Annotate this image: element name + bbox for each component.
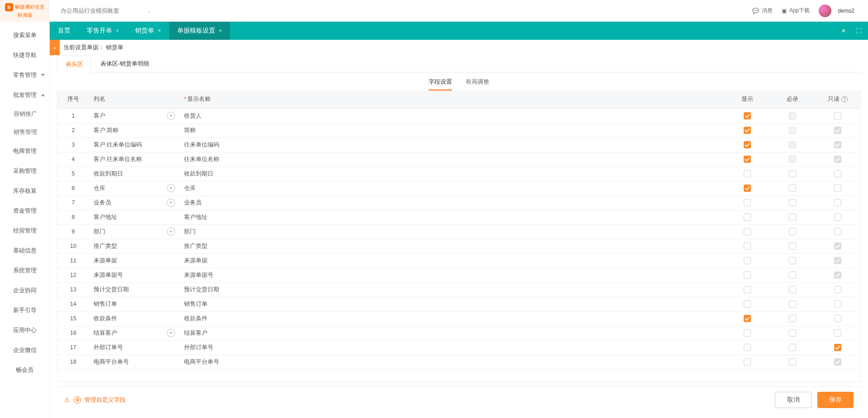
checkbox[interactable] <box>789 329 796 337</box>
cell-display-name[interactable]: 电商平台单号 <box>179 355 725 369</box>
close-all-tabs-button[interactable]: ✕ <box>839 26 848 35</box>
tab-close-icon[interactable]: × <box>116 28 119 34</box>
cell-display-name[interactable]: 收货人 <box>179 109 725 123</box>
cell-display-name[interactable]: 结算客户 <box>179 326 725 340</box>
checkbox[interactable] <box>744 170 751 177</box>
sidebar-item[interactable]: 库存核算 <box>0 181 49 201</box>
sidebar-item[interactable]: 畅会员 <box>0 360 49 380</box>
checkbox[interactable] <box>744 344 751 351</box>
app-download-button[interactable]: ▣ App下载 <box>782 7 810 14</box>
cell-display-name[interactable]: 来源单据号 <box>179 268 725 282</box>
table-row[interactable]: 12来源单据号来源单据号 <box>57 268 860 282</box>
table-row[interactable]: 4客户.往来单位名称往来单位名称 <box>57 152 860 166</box>
checkbox[interactable] <box>789 271 796 279</box>
sidebar-item[interactable]: 快捷导航 <box>0 45 49 65</box>
cell-display-name[interactable]: 收款条件 <box>179 311 725 326</box>
checkbox[interactable] <box>789 214 796 221</box>
area-tab[interactable]: 表头区 <box>57 56 92 72</box>
tab-close-icon[interactable]: × <box>158 28 161 34</box>
checkbox[interactable] <box>834 170 841 177</box>
area-tab[interactable]: 表体区-销货单明细 <box>92 55 158 72</box>
checkbox[interactable] <box>744 257 751 264</box>
sidebar-item[interactable]: 新手引导 <box>0 300 49 320</box>
checkbox[interactable] <box>744 329 751 337</box>
plus-icon[interactable]: + <box>167 184 175 192</box>
table-row[interactable]: 1客户+收货人 <box>57 109 860 123</box>
cancel-button[interactable]: 取消 <box>775 392 812 408</box>
tab-close-icon[interactable]: × <box>219 28 222 34</box>
checkbox[interactable] <box>834 329 841 337</box>
cell-display-name[interactable]: 预计交货日期 <box>179 282 725 297</box>
user-menu[interactable]: demo2 <box>819 5 854 17</box>
checkbox[interactable] <box>834 300 841 308</box>
checkbox[interactable] <box>744 185 751 192</box>
checkbox[interactable] <box>789 185 796 192</box>
cell-display-name[interactable]: 来源单据 <box>179 253 725 268</box>
checkbox[interactable] <box>789 257 796 264</box>
cell-display-name[interactable]: 仓库 <box>179 181 725 195</box>
checkbox[interactable] <box>744 300 751 308</box>
sub-tab[interactable]: 字段设置 <box>429 78 452 90</box>
table-row[interactable]: 3客户.往来单位编码往来单位编码 <box>57 138 860 152</box>
sidebar-subitem[interactable]: 营销推广 <box>0 105 49 123</box>
checkbox[interactable] <box>789 315 796 322</box>
checkbox[interactable] <box>789 358 796 366</box>
tab[interactable]: 销货单× <box>127 22 169 40</box>
cell-display-name[interactable]: 往来单位编码 <box>179 138 725 152</box>
checkbox[interactable] <box>744 271 751 279</box>
checkbox[interactable] <box>834 315 841 322</box>
save-button[interactable]: 保存 <box>817 392 854 408</box>
sidebar-item[interactable]: 经营管理 <box>0 221 49 241</box>
cell-display-name[interactable]: 客户地址 <box>179 210 725 224</box>
plus-icon[interactable]: + <box>167 329 175 337</box>
checkbox[interactable] <box>789 344 796 351</box>
checkbox[interactable] <box>744 112 751 119</box>
checkbox[interactable] <box>834 214 841 221</box>
messages-button[interactable]: 💬 消息 <box>752 7 773 14</box>
table-row[interactable]: 18电商平台单号电商平台单号 <box>57 355 860 369</box>
table-row[interactable]: 17外部订单号外部订单号 <box>57 340 860 355</box>
checkbox[interactable] <box>789 170 796 177</box>
table-row[interactable]: 5收款到期日收款到期日 <box>57 166 860 181</box>
table-row[interactable]: 14销售订单销售订单 <box>57 297 860 311</box>
sidebar-item[interactable]: 应用中心 <box>0 320 49 340</box>
cell-display-name[interactable]: 销售订单 <box>179 297 725 311</box>
table-row[interactable]: 2客户.简称简称 <box>57 123 860 138</box>
checkbox[interactable] <box>834 228 841 235</box>
plus-icon[interactable]: + <box>167 112 175 120</box>
checkbox[interactable] <box>834 112 841 119</box>
plus-icon[interactable]: + <box>167 199 175 207</box>
cell-display-name[interactable]: 收款到期日 <box>179 166 725 181</box>
checkbox[interactable] <box>744 127 751 134</box>
manage-custom-fields-link[interactable]: ⚠ ✿ 管理自定义字段 <box>64 396 126 404</box>
table-row[interactable]: 16结算客户+结算客户 <box>57 326 860 340</box>
cell-display-name[interactable]: 往来单位名称 <box>179 152 725 166</box>
table-row[interactable]: 9部门+部门 <box>57 224 860 239</box>
tab[interactable]: 单据模板设置× <box>169 22 230 40</box>
checkbox[interactable] <box>744 228 751 235</box>
checkbox[interactable] <box>744 242 751 250</box>
checkbox[interactable] <box>744 141 751 148</box>
cell-display-name[interactable]: 部门 <box>179 224 725 239</box>
checkbox[interactable] <box>744 286 751 293</box>
checkbox[interactable] <box>834 286 841 293</box>
sub-tab[interactable]: 布局调整 <box>466 78 489 90</box>
checkbox[interactable] <box>744 156 751 163</box>
table-row[interactable]: 6仓库+仓库 <box>57 181 860 195</box>
checkbox[interactable] <box>789 300 796 308</box>
collapse-handle-icon[interactable]: » <box>50 40 60 55</box>
cell-display-name[interactable]: 外部订单号 <box>179 340 725 355</box>
cell-display-name[interactable]: 简称 <box>179 123 725 138</box>
checkbox[interactable] <box>834 199 841 206</box>
sidebar-item[interactable]: 企业微信 <box>0 340 49 360</box>
sidebar-item[interactable]: 资金管理 <box>0 201 49 221</box>
checkbox[interactable] <box>744 199 751 206</box>
checkbox[interactable] <box>744 214 751 221</box>
checkbox[interactable] <box>834 344 841 351</box>
chevron-down-icon[interactable]: ⌄ <box>146 8 151 14</box>
sidebar-item[interactable]: 电商管理 <box>0 141 49 161</box>
table-row[interactable]: 13预计交货日期预计交货日期 <box>57 282 860 297</box>
sidebar-item[interactable]: 采购管理 <box>0 161 49 181</box>
cell-display-name[interactable]: 推广类型 <box>179 239 725 253</box>
tab[interactable]: 首页 <box>50 22 79 40</box>
